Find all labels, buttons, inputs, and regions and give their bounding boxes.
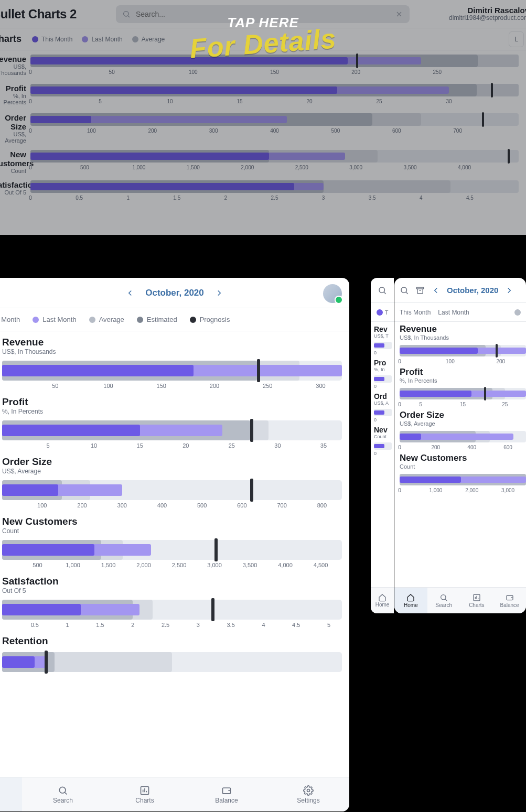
user-email: dimitri1984@setproduct.com [449,15,526,22]
bullet-row: Order SizeUS$, Average 0200400600 [400,410,526,453]
svg-point-11 [307,789,310,792]
bullet-track[interactable] [2,480,342,500]
bullet-row: Pro%, In 0 [371,355,394,389]
user-identity[interactable]: Dimitri Rascalov dimitri1984@setproduct.… [449,6,526,22]
tab-charts[interactable]: Charts [104,777,186,811]
search-input[interactable] [135,9,391,19]
svg-point-0 [124,11,128,16]
metric-label: Order Size [400,410,526,420]
tablet-legend: This Month Last Month Average Estimated … [0,308,349,331]
tablet-tabbar: Search Charts Balance Settings [0,777,349,811]
phone-behind-legend: T [371,303,394,322]
axis-ticks: 100200300400500600700800 [2,502,342,513]
phone-behind-header [371,278,394,303]
tablet-header: October, 2020 [0,278,349,308]
tablet-panel: October, 2020 This Month Last Month Aver… [0,278,349,811]
metric-label: Profit%, In Percents [0,84,30,105]
tab-search[interactable]: Search [427,588,460,613]
axis-ticks: 0 [374,451,392,456]
dot-icon [132,36,138,42]
axis-ticks: 01,0002,0003,000 [400,488,526,496]
search-icon[interactable] [400,286,409,295]
chevron-left-icon[interactable] [431,286,441,295]
svg-point-4 [59,787,66,793]
home-icon [406,593,415,602]
archive-icon[interactable] [415,286,425,295]
bullet-track[interactable] [2,420,342,440]
tab-search[interactable]: Search [22,777,104,811]
bullet-row: Retention [0,635,342,685]
bullet-track[interactable] [30,84,519,96]
tab-charts[interactable]: Charts [460,588,493,613]
tab-home[interactable] [0,777,22,811]
chevron-right-icon[interactable] [214,288,224,298]
search-icon[interactable] [378,286,387,295]
home-icon[interactable] [378,593,387,602]
metric-label: Retention [0,635,342,647]
dot-icon [514,309,521,316]
date-label[interactable]: October, 2020 [447,286,498,295]
bullet-track[interactable] [30,150,519,163]
bullet-track[interactable] [30,55,519,67]
metric-label: New CustomersCount [0,516,342,535]
avatar[interactable] [323,284,342,303]
search-icon [58,785,68,796]
bullet-row: RevUS$, T 0 [371,322,394,355]
bullet-row: RevenueUS$, In Thousands 0100200 [400,324,526,367]
axis-ticks: 050100150200250 [30,69,519,78]
bullet-track[interactable] [30,113,519,126]
bullet-track [374,442,392,450]
bullet-row: Profit%, In Percents 051525 [400,367,526,410]
dot-icon [89,317,95,323]
metric-label: Revenue [400,324,526,334]
bullet-row: Profit%, In Percents 051015202530 [0,80,526,109]
legend-average: Average [89,316,124,323]
chart-icon [139,785,150,796]
svg-line-15 [406,292,407,294]
axis-ticks: 5101520253035 [2,442,342,453]
wallet-icon [221,785,232,796]
dot-icon [377,309,383,316]
chevron-left-icon[interactable] [125,288,135,298]
axis-ticks: 0 [374,384,392,389]
bullet-row: New CustomersCount 5001,0001,5002,0002,5… [0,516,342,572]
bullet-track[interactable] [400,474,526,485]
axis-ticks [2,674,342,685]
date-label[interactable]: October, 2020 [145,288,204,298]
tab-balance[interactable]: Balance [186,777,267,811]
tab-balance[interactable]: Balance [493,588,526,613]
bullet-track[interactable] [400,388,526,399]
bullet-track[interactable] [2,652,342,672]
axis-ticks: 0100200300400500600700 [30,128,519,136]
bullet-track [374,342,392,349]
chevron-right-icon[interactable] [504,286,514,295]
metric-label: New Customers [400,453,526,463]
bullet-track[interactable] [400,431,526,442]
axis-ticks: 0100200 [400,359,526,367]
legend-prognosis: Prognosis [190,316,230,323]
bullet-row: New CustomersCount 05001,0001,5002,0002,… [0,146,526,176]
tab-settings[interactable]: Settings [267,777,349,811]
bullet-track [374,409,392,416]
clear-icon[interactable] [395,10,403,18]
desktop-panel: Bullet Charts 2 Dimitri Rascalov dimitri… [0,0,526,235]
axis-ticks: 0 [374,350,392,355]
bullet-track[interactable] [2,540,342,560]
search-field[interactable] [116,5,410,23]
bullet-track[interactable] [2,361,342,381]
chart-icon [473,593,481,602]
legend-estimated: Estimated [137,316,177,323]
svg-point-14 [401,287,407,293]
search-icon [122,10,131,18]
metric-label: New CustomersCount [0,150,30,174]
section-label: Charts [0,34,22,45]
phone-behind-tabbar: Home [371,587,394,613]
last-updated-button[interactable]: L [509,31,524,47]
tab-home[interactable]: Home [394,588,427,613]
svg-line-1 [128,16,130,17]
bullet-track[interactable] [30,180,519,193]
legend-last-month: Last Month [33,316,76,323]
bullet-track[interactable] [2,600,342,620]
metric-label: SatisfactionOut Of 5 [0,576,342,594]
bullet-track[interactable] [400,345,526,356]
